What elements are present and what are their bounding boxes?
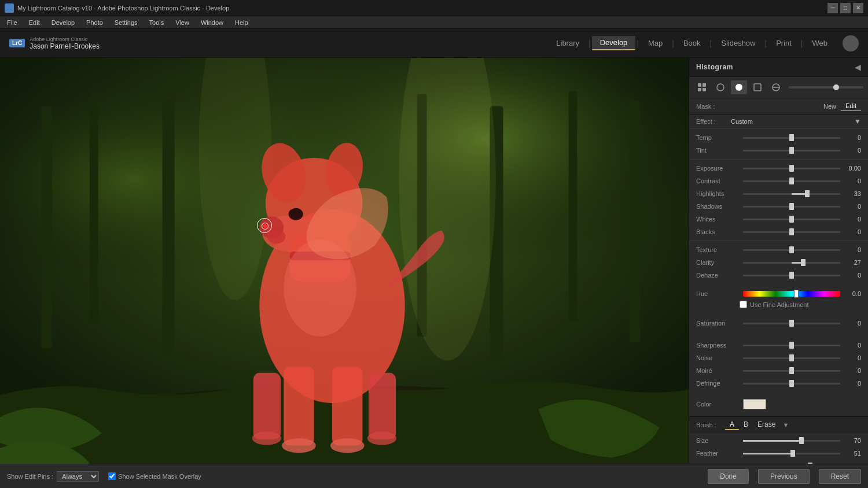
effect-row: Effect : Custom ▼ [689, 114, 868, 129]
nav-library[interactable]: Library [548, 36, 587, 50]
menu-help[interactable]: Help [233, 18, 251, 27]
svg-point-26 [330, 438, 365, 453]
hue-slider[interactable] [743, 291, 840, 297]
blacks-slider[interactable] [743, 231, 840, 233]
menu-edit[interactable]: Edit [27, 18, 42, 27]
svg-rect-38 [754, 84, 761, 91]
show-mask-overlay-group: Show Selected Mask Overlay [108, 472, 201, 480]
nav-slideshow[interactable]: Slideshow [713, 36, 763, 50]
highlights-label: Highlights [696, 190, 740, 197]
texture-slider[interactable] [743, 249, 840, 251]
svg-rect-3 [41, 106, 52, 349]
menu-file[interactable]: File [5, 18, 20, 27]
brush-feather-slider[interactable] [743, 453, 840, 454]
menu-settings[interactable]: Settings [112, 18, 140, 27]
fine-adjustment-checkbox[interactable] [740, 301, 747, 308]
color-row: Color [689, 397, 868, 412]
exposure-label: Exposure [696, 165, 740, 172]
temp-slider[interactable] [743, 137, 840, 139]
shadows-slider[interactable] [743, 206, 840, 208]
brush-erase-button[interactable]: Erase [753, 420, 780, 430]
detail-sliders: Sharpness 0 Noise 0 Moiré 0 [689, 337, 868, 392]
menu-photo[interactable]: Photo [84, 18, 105, 27]
app-logo: LrC Adobe Lightroom Classic Jason Parnel… [9, 36, 100, 50]
nav-web[interactable]: Web [804, 36, 836, 50]
done-button[interactable]: Done [708, 469, 749, 484]
defringe-label: Defringe [696, 380, 740, 387]
photo-canvas [0, 58, 689, 464]
exposure-slider[interactable] [743, 168, 840, 169]
histogram-title: Histogram [696, 63, 733, 71]
tool-grid[interactable] [694, 80, 710, 94]
maximize-button[interactable]: □ [840, 3, 851, 13]
photo-svg [0, 58, 689, 464]
contrast-slider[interactable] [743, 180, 840, 182]
photo-area[interactable] [0, 58, 689, 464]
svg-rect-9 [629, 100, 640, 342]
minimize-button[interactable]: ─ [827, 3, 838, 13]
pin-circle [257, 218, 272, 233]
effect-dropdown-icon[interactable]: ▼ [854, 117, 861, 125]
whites-slider[interactable] [743, 219, 840, 220]
temp-value: 0 [844, 134, 861, 141]
nav-book[interactable]: Book [675, 36, 709, 50]
previous-button[interactable]: Previous [758, 469, 810, 484]
brush-a-button[interactable]: A [725, 420, 739, 430]
svg-point-25 [282, 438, 316, 453]
hue-row: Hue 0.0 [689, 289, 868, 299]
brush-b-button[interactable]: B [739, 420, 753, 430]
user-avatar[interactable] [843, 35, 859, 51]
moire-value: 0 [844, 367, 861, 374]
exposure-value: 0.00 [844, 165, 861, 172]
nav-develop[interactable]: Develop [592, 36, 636, 50]
dehaze-row: Dehaze 0 [689, 269, 868, 282]
color-swatch[interactable] [743, 399, 766, 409]
dehaze-slider[interactable] [743, 275, 840, 276]
texture-label: Texture [696, 246, 740, 253]
histogram-header: Histogram ◀ [689, 58, 868, 77]
contrast-label: Contrast [696, 178, 740, 184]
edit-pin[interactable] [262, 223, 269, 230]
dehaze-label: Dehaze [696, 272, 740, 279]
tool-circle-outline[interactable] [768, 80, 784, 94]
histogram-toggle[interactable]: ◀ [855, 62, 861, 72]
blacks-value: 0 [844, 228, 861, 235]
tool-slider[interactable] [789, 86, 863, 88]
mask-edit-button[interactable]: Edit [841, 101, 861, 111]
brush-dropdown-icon[interactable]: ▼ [782, 422, 789, 428]
close-button[interactable]: ✕ [853, 3, 863, 13]
moire-slider[interactable] [743, 370, 840, 372]
app-icon [5, 3, 14, 13]
mask-row: Mask : New Edit [689, 98, 868, 114]
brush-flow-row: Flow 69 [689, 460, 868, 464]
sharpness-slider[interactable] [743, 345, 840, 346]
noise-slider[interactable] [743, 357, 840, 359]
reset-button[interactable]: Reset [819, 469, 861, 484]
show-edit-pins-label: Show Edit Pins : [7, 473, 53, 480]
saturation-slider[interactable] [743, 323, 840, 324]
defringe-slider[interactable] [743, 383, 840, 385]
menu-window[interactable]: Window [198, 18, 226, 27]
tool-circle-filled[interactable] [731, 80, 747, 94]
nav-print[interactable]: Print [768, 36, 800, 50]
menu-develop[interactable]: Develop [49, 18, 77, 27]
tool-square[interactable] [749, 80, 766, 94]
svg-rect-32 [698, 83, 701, 87]
show-edit-pins-select[interactable]: Always Selected Never [57, 471, 99, 482]
menu-tools[interactable]: Tools [147, 18, 167, 27]
clarity-slider[interactable] [743, 262, 840, 264]
brush-size-slider[interactable] [743, 440, 840, 442]
show-mask-overlay-checkbox[interactable] [108, 472, 116, 480]
hue-label: Hue [696, 290, 740, 297]
highlights-slider[interactable] [743, 193, 840, 195]
noise-row: Noise 0 [689, 352, 868, 364]
svg-point-27 [252, 431, 281, 445]
moire-label: Moiré [696, 367, 740, 374]
nav-map[interactable]: Map [640, 36, 671, 50]
window-controls[interactable]: ─ □ ✕ [827, 3, 863, 13]
tint-slider[interactable] [743, 150, 840, 151]
tool-circle[interactable] [712, 80, 729, 94]
brush-sliders: Size 70 Feather 51 Flow [689, 433, 868, 464]
mask-new-button[interactable]: New [819, 102, 841, 111]
menu-view[interactable]: View [173, 18, 192, 27]
